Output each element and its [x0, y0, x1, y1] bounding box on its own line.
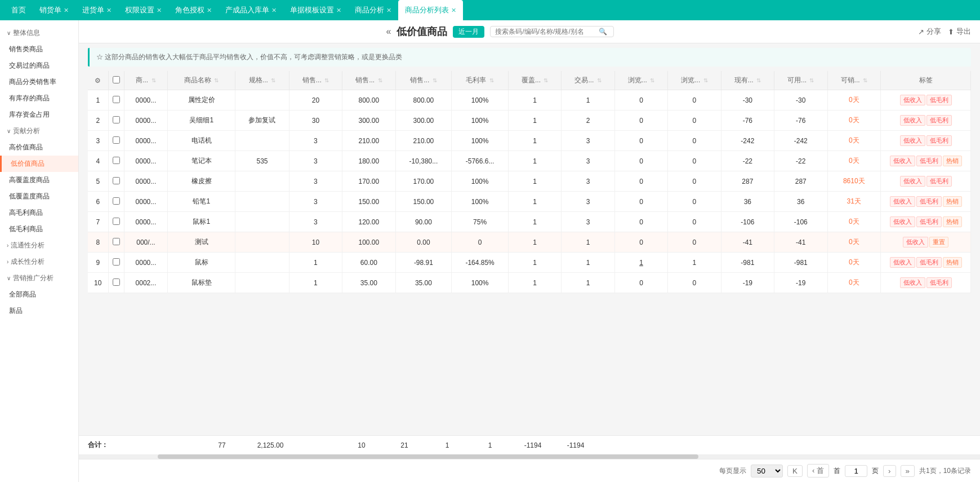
row-checkbox[interactable]: [113, 238, 120, 245]
row-cover: 1: [508, 171, 561, 192]
horizontal-scrollbar[interactable]: [79, 454, 980, 459]
row-checkbox-cell[interactable]: [108, 110, 124, 131]
col-code[interactable]: 商... ⇅: [124, 71, 168, 90]
nav-products-in-close[interactable]: ✕: [271, 7, 277, 14]
row-checkbox[interactable]: [113, 278, 120, 286]
sidebar-item-low-margin[interactable]: 低毛利商品: [0, 221, 78, 237]
row-checkbox[interactable]: [113, 136, 120, 144]
col-sale1[interactable]: 销售... ⇅: [342, 71, 395, 90]
prev-page-button[interactable]: ‹ 首: [807, 464, 829, 477]
row-stock2: -76: [774, 110, 827, 131]
table-row: 1 0000... 属性定价 20 800.00 800.00 100% 1 1…: [88, 90, 971, 110]
sidebar-group-liquidity-label: 流通性分析: [11, 241, 44, 250]
col-gross[interactable]: 毛利率 ⇅: [452, 71, 509, 90]
page-number-input[interactable]: [845, 465, 867, 477]
row-browse1: 0: [614, 131, 667, 151]
row-checkbox-cell[interactable]: [108, 192, 124, 212]
nav-purchase[interactable]: 进货单 ✕: [75, 0, 118, 20]
row-checkbox-cell[interactable]: [108, 232, 124, 253]
sidebar-item-traded[interactable]: 交易过的商品: [0, 58, 78, 74]
nav-roles-close[interactable]: ✕: [207, 7, 212, 14]
col-sale2[interactable]: 销售... ⇅: [395, 71, 452, 90]
nav-permissions-close[interactable]: ✕: [157, 7, 162, 14]
row-checkbox-cell[interactable]: [108, 151, 124, 171]
next-page-button[interactable]: ›: [883, 465, 896, 477]
sidebar-group-marketing-title[interactable]: ∨ 营销推广分析: [0, 270, 78, 286]
nav-products-in[interactable]: 产成品入库单 ✕: [219, 0, 283, 20]
sidebar-collapse-button[interactable]: «: [386, 26, 391, 37]
sidebar-item-new-products[interactable]: 新品: [0, 303, 78, 319]
sidebar-item-all-products[interactable]: 全部商品: [0, 286, 78, 303]
nav-permissions[interactable]: 权限设置 ✕: [118, 0, 168, 20]
row-checkbox-cell[interactable]: [108, 212, 124, 232]
select-all-checkbox[interactable]: [113, 76, 120, 83]
sidebar-item-high-value[interactable]: 高价值商品: [0, 139, 78, 156]
sidebar-item-stock-capital[interactable]: 库存资金占用: [0, 107, 78, 123]
date-filter-button[interactable]: 近一月: [453, 26, 484, 38]
row-checkbox[interactable]: [113, 96, 120, 103]
col-stock2[interactable]: 可用... ⇅: [774, 71, 827, 90]
nav-sales[interactable]: 销货单 ✕: [33, 0, 75, 20]
row-checkbox[interactable]: [113, 258, 120, 266]
col-cover[interactable]: 覆盖... ⇅: [508, 71, 561, 90]
col-spec[interactable]: 规格... ⇅: [235, 71, 289, 90]
row-checkbox-cell[interactable]: [108, 273, 124, 293]
col-name[interactable]: 商品名称 ⇅: [168, 71, 235, 90]
nav-template[interactable]: 单据模板设置 ✕: [283, 0, 348, 20]
col-browse2[interactable]: 浏览... ⇅: [668, 71, 721, 90]
sidebar-item-sales-category[interactable]: 销售类商品: [0, 41, 78, 58]
row-browse1[interactable]: 1: [614, 253, 667, 273]
sidebar-item-category-sales-rate[interactable]: 商品分类销售率: [0, 74, 78, 90]
nav-template-close[interactable]: ✕: [336, 7, 341, 14]
nav-product-analysis-list[interactable]: 商品分析列表 ✕: [398, 0, 463, 20]
sidebar-item-low-coverage[interactable]: 低覆盖度商品: [0, 188, 78, 205]
last-page-button[interactable]: »: [901, 465, 915, 477]
row-checkbox-cell[interactable]: [108, 131, 124, 151]
row-checkbox[interactable]: [113, 177, 120, 184]
row-cover: 1: [508, 232, 561, 253]
nav-purchase-close[interactable]: ✕: [106, 7, 112, 14]
settings-icon[interactable]: ⚙: [95, 77, 101, 85]
nav-product-analysis-list-close[interactable]: ✕: [451, 7, 456, 14]
sidebar-group-growth-title[interactable]: › 成长性分析: [0, 254, 78, 270]
col-qty[interactable]: 销售... ⇅: [289, 71, 342, 90]
row-checkbox-cell[interactable]: [108, 171, 124, 192]
row-sale1: 180.00: [342, 151, 395, 171]
nav-product-analysis[interactable]: 商品分析 ✕: [348, 0, 398, 20]
sidebar-item-low-value[interactable]: 低价值商品: [0, 156, 78, 172]
col-stock1[interactable]: 现有... ⇅: [721, 71, 774, 90]
nav-home[interactable]: 首页: [5, 0, 33, 20]
nav-product-analysis-close[interactable]: ✕: [386, 7, 391, 14]
row-spec: [235, 90, 289, 110]
row-tags: 低收入低毛利热销: [881, 212, 971, 232]
row-num: 6: [88, 192, 108, 212]
row-checkbox[interactable]: [113, 157, 120, 164]
page-size-select[interactable]: 50 100 200: [751, 465, 783, 477]
sidebar-item-high-coverage[interactable]: 高覆盖度商品: [0, 172, 78, 188]
sidebar-item-has-stock[interactable]: 有库存的商品: [0, 90, 78, 107]
col-trade[interactable]: 交易... ⇅: [562, 71, 614, 90]
row-checkbox[interactable]: [113, 116, 120, 123]
row-sale1: 120.00: [342, 212, 395, 232]
row-checkbox-cell[interactable]: [108, 90, 124, 110]
sidebar-group-liquidity-title[interactable]: › 流通性分析: [0, 237, 78, 254]
col-stock3[interactable]: 可销... ⇅: [827, 71, 881, 90]
nav-sales-close[interactable]: ✕: [64, 7, 69, 14]
sidebar: ∨ 整体信息 销售类商品 交易过的商品 商品分类销售率 有库存的商品 库存资金占…: [0, 20, 79, 482]
export-button[interactable]: ⬆ 导出: [948, 26, 971, 37]
sidebar-group-contribution-title[interactable]: ∨ 贡献分析: [0, 123, 78, 139]
share-button[interactable]: ↗ 分享: [918, 26, 941, 37]
sidebar-group-overall-title[interactable]: ∨ 整体信息: [0, 25, 78, 41]
search-icon[interactable]: 🔍: [599, 28, 607, 36]
col-settings[interactable]: ⚙: [88, 71, 108, 90]
nav-roles[interactable]: 角色授权 ✕: [168, 0, 219, 20]
sidebar-item-high-margin[interactable]: 高毛利商品: [0, 205, 78, 221]
col-browse1[interactable]: 浏览... ⇅: [614, 71, 667, 90]
row-checkbox[interactable]: [113, 218, 120, 225]
first-page-button[interactable]: K: [787, 465, 803, 477]
row-checkbox[interactable]: [113, 197, 120, 205]
row-days: 8610天: [827, 171, 881, 192]
row-stock1: -19: [721, 273, 774, 293]
search-input[interactable]: [495, 28, 596, 36]
row-checkbox-cell[interactable]: [108, 253, 124, 273]
